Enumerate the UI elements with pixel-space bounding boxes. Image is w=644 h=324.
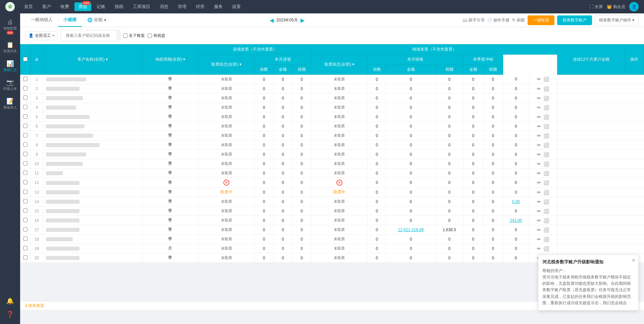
new-guide-button[interactable]: 📖 新手引导 [463,17,485,23]
edit-button[interactable]: ✏ [537,180,541,185]
copy-button[interactable]: ⬜ [543,161,549,167]
row-checkbox[interactable] [23,171,28,175]
sidebar-item-summary[interactable]: 📊 票据汇总 [1,57,19,75]
refresh-button[interactable]: ↻ 刷新 [512,17,525,23]
sidebar-item-smart-ticket[interactable]: 🖨 智能取票 new [1,16,19,37]
th-settings[interactable]: ⚙ [31,45,43,75]
copy-button[interactable]: ⬜ [543,180,549,185]
nav-msg[interactable]: 消息 [156,2,172,11]
nav-home[interactable]: 首页 [20,2,37,11]
edit-button[interactable]: ✏ [537,237,541,242]
copy-button[interactable]: ⬜ [543,208,549,214]
row-checkbox-cell[interactable] [20,84,31,93]
nav-client[interactable]: 客户 [38,2,55,11]
row-checkbox[interactable] [23,180,28,184]
copy-button[interactable]: ⬜ [543,124,549,129]
row-checkbox-cell[interactable] [20,206,31,216]
copy-button[interactable]: ⬜ [543,237,549,242]
has-tax-filter[interactable]: 有税盘 [148,33,165,39]
copy-button[interactable]: ⬜ [543,105,549,110]
copy-button[interactable]: ⬜ [543,133,549,138]
row-checkbox-cell[interactable] [20,188,31,197]
edit-button[interactable]: ✏ [537,152,541,157]
row-checkbox[interactable] [23,105,28,109]
copy-button[interactable]: ⬜ [543,199,549,204]
digital-operation-button[interactable]: 税务数字账户操作 ▾ [595,15,639,25]
row-checkbox[interactable] [23,161,28,166]
next-month-button[interactable]: ▶ [301,17,305,23]
edit-button[interactable]: ✏ [537,190,541,195]
nav-manage[interactable]: 管理 [174,2,191,11]
copy-button[interactable]: ⬜ [543,114,549,120]
search-button[interactable]: 🔍 [117,31,120,40]
tab-small[interactable]: 小规模 [58,13,82,27]
member-button[interactable]: 👑 购会员 [607,4,625,10]
copy-button[interactable]: ⬜ [543,246,549,251]
row-checkbox-cell[interactable] [20,235,31,244]
sidebar-notification-button[interactable]: 🔔 [1,295,19,308]
row-checkbox[interactable] [23,142,28,147]
th-in-fetch-status[interactable]: 取票状态(全部) ▾ [198,55,255,75]
sidebar-item-scan[interactable]: 📷 扫描上传 [1,76,19,93]
manual-button[interactable]: 📄 操作手册 [487,17,509,23]
row-checkbox-cell[interactable] [20,140,31,150]
edit-button[interactable]: ✏ [537,114,541,120]
row-checkbox-cell[interactable] [20,169,31,178]
row-checkbox-cell[interactable] [20,150,31,159]
edit-button[interactable]: ✏ [537,105,541,110]
my-account-checkbox[interactable] [123,34,127,38]
row-checkbox[interactable] [23,152,28,156]
my-account-filter[interactable]: 名下账套 [123,33,145,39]
edit-button[interactable]: ✏ [537,161,541,167]
copy-button[interactable]: ⬜ [543,152,549,157]
row-checkbox[interactable] [23,95,28,100]
row-checkbox-cell[interactable] [20,244,31,253]
nav-fee[interactable]: 收费 [56,2,73,11]
edit-button[interactable]: ✏ [537,218,541,223]
row-checkbox[interactable] [23,218,28,222]
copy-button[interactable]: ⬜ [543,171,549,176]
nav-service[interactable]: 服务 [210,2,227,11]
row-checkbox-cell[interactable] [20,216,31,225]
edit-button[interactable]: ✏ [537,171,541,176]
notification-close-button[interactable]: ✕ [632,258,636,263]
sidebar-item-issue[interactable]: 📋 发票开具 [1,39,19,56]
edit-button[interactable]: ✏ [537,142,541,148]
edit-button[interactable]: ✏ [537,86,541,91]
row-checkbox-cell[interactable] [20,225,31,235]
sidebar-item-entry[interactable]: 📝 票据录入 [1,95,19,112]
copy-button[interactable]: ⬜ [543,76,549,82]
row-checkbox[interactable] [23,237,28,241]
row-checkbox-cell[interactable] [20,103,31,112]
edit-button[interactable]: ✏ [537,208,541,214]
copy-button[interactable]: ⬜ [543,86,549,91]
digital-account-button[interactable]: 税务数字账户 [557,15,592,25]
tab-all[interactable]: 🌐 全能 ▾ [82,13,112,27]
row-checkbox[interactable] [23,133,28,137]
copy-button[interactable]: ⬜ [543,218,549,223]
nav-ticket[interactable]: 票据 new [74,2,91,11]
row-checkbox[interactable] [23,77,28,81]
nav-operation[interactable]: 经营 [192,2,209,11]
prev-month-button[interactable]: ◀ [270,17,274,23]
row-checkbox-cell[interactable] [20,253,31,263]
one-click-button[interactable]: 一键取票 [528,15,554,25]
row-checkbox[interactable] [23,199,28,203]
row-checkbox-cell[interactable] [20,122,31,131]
tax-policy-link[interactable]: ℹ 税务政策 [25,303,44,309]
has-tax-checkbox[interactable] [148,34,152,38]
copy-button[interactable]: ⬜ [543,95,549,101]
row-checkbox[interactable] [23,208,28,213]
copy-button[interactable]: ⬜ [543,142,549,148]
edit-button[interactable]: ✏ [537,95,541,101]
tab-general[interactable]: 一般纳税人 [25,13,58,27]
row-checkbox[interactable] [23,246,28,250]
nav-business[interactable]: 工商项目 [129,2,154,11]
th-out-fetch-status[interactable]: 取票状态(全部) ▾ [311,55,368,75]
row-checkbox[interactable] [23,86,28,90]
nav-bookkeep[interactable]: 记账 [93,2,109,11]
edit-button[interactable]: ✏ [537,199,541,204]
row-checkbox-cell[interactable] [20,93,31,103]
row-checkbox[interactable] [23,114,28,119]
employee-filter[interactable]: 👤 全部员工 ▾ [25,31,57,40]
